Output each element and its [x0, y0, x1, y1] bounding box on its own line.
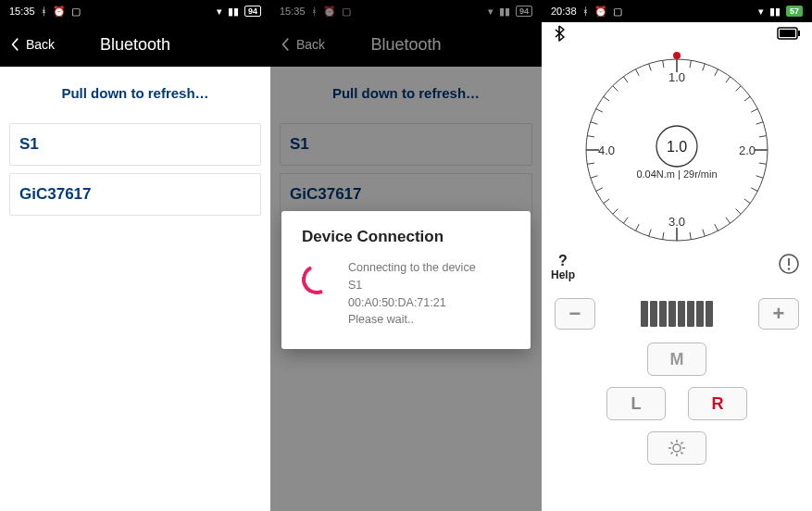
app-topbar: [542, 22, 812, 48]
clock: 20:38: [551, 6, 577, 17]
svg-text:3.0: 3.0: [668, 215, 685, 229]
help-button[interactable]: ? Help: [551, 254, 575, 281]
battery-indicator: 57: [786, 6, 803, 17]
svg-line-13: [759, 136, 767, 137]
svg-line-39: [613, 86, 618, 92]
status-bar: 15:35 ᚼ ⏰ ▢ ▾ ▮▮ 94: [0, 0, 270, 22]
svg-text:1.0: 1.0: [668, 70, 685, 84]
svg-line-18: [744, 199, 750, 204]
sun-icon: [668, 439, 686, 457]
svg-line-10: [744, 96, 750, 101]
svg-line-15: [759, 163, 767, 164]
svg-line-20: [726, 218, 731, 223]
svg-text:4.0: 4.0: [598, 143, 615, 157]
device-item-s1[interactable]: S1: [9, 123, 261, 166]
svg-rect-1: [798, 31, 800, 36]
increase-button[interactable]: +: [758, 298, 799, 330]
svg-line-16: [756, 176, 764, 178]
svg-rect-2: [780, 30, 795, 37]
svg-line-61: [681, 452, 682, 454]
svg-line-43: [663, 60, 664, 68]
svg-text:1.0: 1.0: [667, 139, 687, 155]
svg-point-54: [788, 268, 790, 269]
svg-text:0.04N.m | 29r/min: 0.04N.m | 29r/min: [636, 168, 717, 180]
warning-icon[interactable]: [779, 254, 799, 278]
decrease-button[interactable]: −: [555, 298, 595, 330]
svg-line-22: [703, 230, 705, 237]
content-area[interactable]: Pull down to refresh… S1 GiC37617: [0, 67, 270, 511]
alarm-icon: ⏰: [53, 6, 66, 18]
svg-line-28: [623, 218, 628, 223]
svg-line-31: [596, 188, 603, 192]
back-label: Back: [26, 37, 55, 52]
battery-icon: [777, 27, 801, 44]
svg-line-19: [736, 209, 742, 215]
controls: − + M L R: [542, 289, 812, 474]
svg-text:2.0: 2.0: [739, 143, 756, 157]
light-button[interactable]: [647, 431, 706, 465]
svg-line-9: [736, 86, 742, 92]
svg-line-26: [649, 230, 651, 237]
svg-line-60: [671, 442, 673, 444]
torque-gauge[interactable]: 1.0 2.0 3.0 4.0 1.0 0.04N.m | 29r/min: [575, 48, 779, 252]
svg-line-63: [681, 442, 682, 444]
device-item-gic[interactable]: GiC37617: [9, 173, 261, 216]
svg-line-36: [591, 122, 598, 124]
svg-line-42: [649, 64, 651, 71]
svg-line-5: [690, 60, 691, 68]
help-label: Help: [551, 268, 575, 281]
bluetooth-mini-icon: ᚼ: [582, 6, 589, 17]
signal-icon: ▮▮: [769, 6, 781, 18]
svg-line-30: [604, 199, 609, 204]
svg-line-23: [690, 232, 691, 240]
help-icon: ?: [551, 254, 575, 268]
svg-line-6: [703, 64, 705, 71]
bluetooth-icon: [553, 25, 566, 45]
screenshot-icon: ▢: [613, 6, 622, 18]
svg-line-27: [636, 224, 640, 231]
status-bar: 20:38 ᚼ ⏰ ▢ ▾ ▮▮ 57: [542, 0, 812, 22]
screenshot-icon: ▢: [71, 6, 81, 18]
screen-3: 20:38 ᚼ ⏰ ▢ ▾ ▮▮ 57 1.0 2.0 3.0: [542, 0, 812, 511]
svg-line-37: [596, 109, 603, 113]
wifi-icon: ▾: [217, 6, 222, 18]
device-list: S1 GiC37617: [0, 123, 270, 216]
svg-line-7: [715, 69, 718, 76]
svg-line-62: [671, 452, 673, 454]
svg-line-25: [663, 232, 664, 240]
svg-line-35: [587, 136, 594, 137]
svg-line-33: [587, 163, 594, 164]
svg-line-11: [751, 109, 757, 113]
screen-2: 15:35 ᚼ ⏰ ▢ ▾ ▮▮ 94 Back Bluetooth Pull …: [270, 0, 542, 511]
dialog-message: Connecting to the device S1 00:A0:50:DA:…: [348, 259, 476, 329]
value-scrubber[interactable]: [603, 300, 751, 328]
svg-point-44: [673, 52, 681, 59]
svg-line-8: [726, 77, 731, 82]
connection-dialog: Device Connection Connecting to the devi…: [281, 211, 531, 349]
svg-line-17: [751, 188, 757, 192]
gauge-area: 1.0 2.0 3.0 4.0 1.0 0.04N.m | 29r/min ? …: [542, 48, 812, 289]
battery-indicator: 94: [244, 6, 261, 17]
bluetooth-mini-icon: ᚼ: [41, 6, 47, 17]
refresh-hint: Pull down to refresh…: [0, 67, 270, 123]
back-button[interactable]: Back: [0, 37, 64, 52]
dialog-title: Device Connection: [302, 228, 510, 246]
signal-icon: ▮▮: [228, 6, 239, 18]
spinner-icon: [297, 260, 335, 298]
right-direction-button[interactable]: R: [688, 387, 747, 420]
wifi-icon: ▾: [758, 6, 764, 18]
app-header: Back Bluetooth: [0, 22, 270, 67]
svg-line-12: [756, 122, 764, 124]
mode-button[interactable]: M: [647, 343, 706, 376]
svg-line-41: [636, 69, 640, 76]
svg-line-38: [604, 96, 609, 101]
svg-line-40: [623, 77, 628, 82]
svg-point-55: [673, 444, 681, 452]
left-direction-button[interactable]: L: [606, 387, 666, 420]
svg-line-29: [613, 209, 618, 215]
page-title: Bluetooth: [100, 35, 170, 55]
screen-1: 15:35 ᚼ ⏰ ▢ ▾ ▮▮ 94 Back Bluetooth Pull …: [0, 0, 270, 511]
svg-line-21: [715, 224, 718, 231]
alarm-icon: ⏰: [594, 6, 607, 18]
svg-line-32: [591, 176, 598, 178]
